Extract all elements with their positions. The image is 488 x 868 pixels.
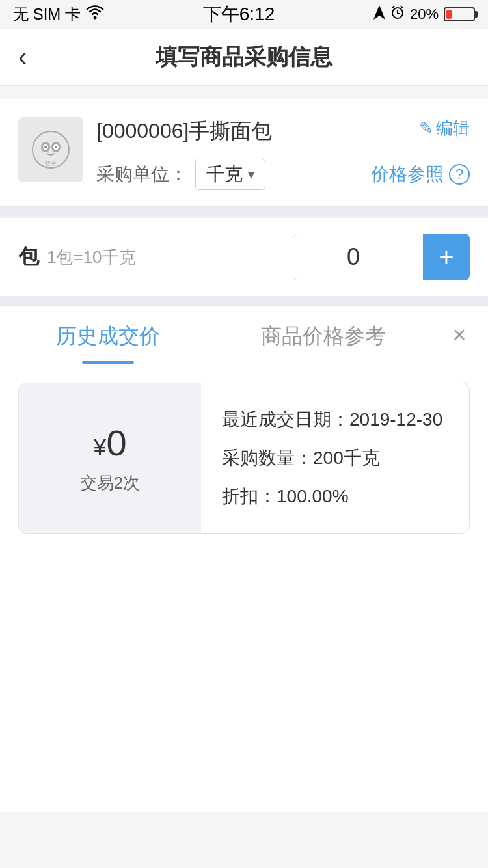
battery-fill xyxy=(446,10,452,19)
purchase-qty-row: 采购数量：200千克 xyxy=(222,445,448,470)
price-ref-question-icon: ? xyxy=(449,164,470,185)
product-info: [0000006]手撕面包 ✎ 编辑 采购单位： 千克 ▾ 价格参照 ? xyxy=(96,117,470,190)
quantity-section: 包 1包=10千克 + xyxy=(0,217,488,296)
gps-icon xyxy=(373,5,385,23)
price-value: 0 xyxy=(106,422,126,463)
product-unit-row: 采购单位： 千克 ▾ 价格参照 ? xyxy=(96,159,470,190)
price-card: ¥0 交易2次 最近成交日期：2019-12-30 采购数量：200千克 折扣：… xyxy=(18,383,470,534)
edit-label: 编辑 xyxy=(436,117,470,140)
tab-price-reference[interactable]: 商品价格参考 xyxy=(215,306,431,364)
unit-label: 采购单位： xyxy=(96,162,187,187)
status-bar: 无 SIM 卡 下午6:12 20% xyxy=(0,0,488,29)
back-button[interactable]: ‹ xyxy=(18,42,27,72)
carrier-label: 无 SIM 卡 xyxy=(13,4,81,25)
tab-history-price[interactable]: 历史成交价 xyxy=(0,306,215,364)
unit-select[interactable]: 千克 ▾ xyxy=(195,159,265,190)
svg-point-13 xyxy=(55,146,57,148)
empty-space xyxy=(0,552,488,812)
quantity-input-row: + xyxy=(293,234,470,280)
tab-close-button[interactable]: × xyxy=(431,306,488,364)
alarm-icon xyxy=(390,5,405,23)
purchase-qty-label: 采购数量： xyxy=(222,448,313,468)
price-reference-button[interactable]: 价格参照 ? xyxy=(371,162,470,187)
svg-point-12 xyxy=(44,146,47,148)
edit-button[interactable]: ✎ 编辑 xyxy=(419,117,470,140)
price-amount: ¥0 xyxy=(93,422,126,464)
unit-value: 千克 xyxy=(206,162,243,187)
recent-date-value: 2019-12-30 xyxy=(349,409,442,429)
recent-date-row: 最近成交日期：2019-12-30 xyxy=(222,407,448,432)
product-header: [0000006]手撕面包 ✎ 编辑 xyxy=(96,117,470,146)
battery-percent: 20% xyxy=(410,6,439,23)
wifi-icon xyxy=(86,5,104,23)
price-transactions: 交易2次 xyxy=(80,472,140,495)
price-summary: ¥0 交易2次 xyxy=(19,383,201,533)
discount-label: 折扣： xyxy=(222,486,277,506)
page-title: 填写商品采购信息 xyxy=(156,42,332,72)
currency-symbol: ¥ xyxy=(93,434,106,461)
purchase-qty-value: 200千克 xyxy=(313,448,380,468)
quantity-label: 包 1包=10千克 xyxy=(18,243,136,271)
tab-bar: 历史成交价 商品价格参考 × xyxy=(0,306,488,364)
quantity-unit: 包 xyxy=(18,243,39,271)
quantity-input[interactable] xyxy=(293,234,423,280)
svg-line-6 xyxy=(401,6,403,8)
product-name: [0000006]手撕面包 xyxy=(96,117,406,146)
price-ref-label: 价格参照 xyxy=(371,162,444,187)
status-bar-right: 20% xyxy=(373,5,475,23)
discount-row: 折扣：100.00% xyxy=(222,483,448,509)
product-card: 数字 [0000006]手撕面包 ✎ 编辑 采购单位： 千克 ▾ 价格参照 ? xyxy=(0,99,488,206)
section-divider-1 xyxy=(0,206,488,216)
svg-line-5 xyxy=(392,6,394,8)
product-thumbnail: 数字 xyxy=(18,117,83,182)
price-details: 最近成交日期：2019-12-30 采购数量：200千克 折扣：100.00% xyxy=(201,383,469,533)
quantity-conversion: 1包=10千克 xyxy=(47,246,136,269)
svg-point-0 xyxy=(94,16,97,20)
discount-value: 100.00% xyxy=(277,486,349,506)
nav-bar: ‹ 填写商品采购信息 xyxy=(0,29,488,86)
quantity-plus-button[interactable]: + xyxy=(423,234,470,280)
status-bar-time: 下午6:12 xyxy=(203,2,275,27)
unit-dropdown-arrow: ▾ xyxy=(248,167,254,182)
edit-icon: ✎ xyxy=(419,118,433,139)
svg-text:数字: 数字 xyxy=(45,160,57,167)
battery-icon xyxy=(444,7,475,21)
svg-marker-1 xyxy=(373,5,385,20)
price-card-container: ¥0 交易2次 最近成交日期：2019-12-30 采购数量：200千克 折扣：… xyxy=(0,364,488,552)
recent-date-label: 最近成交日期： xyxy=(222,409,349,429)
product-owl-logo: 数字 xyxy=(31,130,70,169)
section-divider-2 xyxy=(0,296,488,306)
status-bar-left: 无 SIM 卡 xyxy=(13,4,104,25)
